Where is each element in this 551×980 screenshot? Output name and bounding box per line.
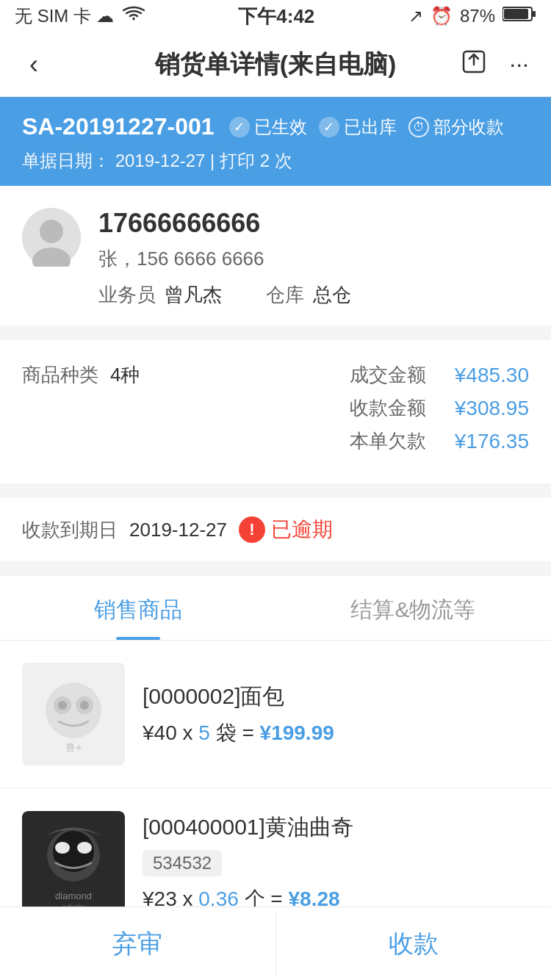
badge-activated: ✓ 已生效 [229,115,307,139]
badge-partial-payment: ⏱ 部分收款 [408,115,504,139]
collect-payment-button[interactable]: 收款 [276,912,552,976]
svg-point-11 [58,701,67,710]
badge-shipped: ✓ 已出库 [319,115,397,139]
wifi-icon [123,6,145,26]
deal-amount-value: ¥485.30 [441,364,529,387]
order-date-line: 单据日期： 2019-12-27 | 打印 2 次 [22,149,529,173]
warehouse-label: 仓库 [266,282,304,308]
nav-bar: ‹ 销货单详情(来自电脑) ··· [0,32,551,97]
overdue-text: 已逾期 [271,516,333,544]
customer-meta: 业务员 曾凡杰 仓库 总仓 [98,282,529,308]
check-icon-1: ✓ [229,117,250,137]
multiply-sign-1: x [183,721,199,744]
svg-point-18 [77,842,92,854]
overdue-badge: ! 已逾期 [239,516,333,544]
warehouse-name: 总仓 [313,282,351,308]
back-button[interactable]: ‹ [22,42,46,87]
product-info-1: [0000002]面包 ¥40 x 5 袋 = ¥199.99 [143,682,529,747]
battery-level: 87% [460,6,495,26]
product-batch-2: 534532 [143,850,222,876]
due-date-value: 2019-12-27 [129,519,227,541]
svg-rect-1 [533,11,536,17]
product-info-2: [000400001]黄油曲奇 534532 ¥23 x 0.36 个 = ¥8… [143,813,529,913]
stats-right: 成交金额 ¥485.30 收款金额 ¥308.95 本单欠款 ¥176.35 [350,362,529,461]
svg-point-17 [55,842,70,854]
customer-avatar [22,208,81,267]
product-code-2: [000400001] [143,815,265,839]
due-date-label: 收款到期日 [22,517,118,543]
product-thumb-1: 兽+ [22,663,125,765]
product-price-1: ¥40 x 5 袋 = ¥199.99 [143,719,529,747]
bottom-bar: 弃审 收款 [0,907,551,980]
alarm-icon: ⏰ [431,6,453,26]
total-price-1: ¥199.99 [260,721,334,744]
check-icon-2: ✓ [319,117,339,137]
badge-partial-label: 部分收款 [433,115,504,139]
svg-point-8 [46,682,101,738]
product-item: 兽+ [0000002]面包 ¥40 x 5 袋 = ¥199.99 [0,641,551,788]
deal-amount-label: 成交金额 [350,362,426,388]
unit-price-1: ¥40 [143,721,177,744]
debt-amount-value: ¥176.35 [441,430,529,453]
received-amount-row: 收款金额 ¥308.95 [350,395,529,421]
date-label: 单据日期： [22,151,110,170]
tab-settlement-label: 结算&物流等 [350,597,475,621]
status-left: 无 SIM 卡 ☁ [15,4,145,28]
debt-amount-row: 本单欠款 ¥176.35 [350,428,529,454]
badge-shipped-label: 已出库 [344,115,397,139]
product-title-2: 黄油曲奇 [265,815,353,839]
share-button[interactable] [461,48,487,81]
received-amount-value: ¥308.95 [441,397,529,420]
reject-review-button[interactable]: 弃审 [0,912,276,976]
tab-products-label: 销售商品 [94,597,182,621]
status-right: ↗ ⏰ 87% [408,6,536,26]
more-button[interactable]: ··· [509,51,529,78]
overdue-warning-icon: ! [239,516,265,543]
tabs-bar: 销售商品 结算&物流等 [0,576,551,641]
product-list: 兽+ [0000002]面包 ¥40 x 5 袋 = ¥199.99 [0,641,551,936]
svg-rect-2 [504,9,528,19]
debt-amount-label: 本单欠款 [350,428,426,454]
product-name-2: [000400001]黄油曲奇 [143,813,529,843]
equals-sign-1: = [242,721,259,744]
svg-text:diamond: diamond [55,890,92,901]
order-badges: ✓ 已生效 ✓ 已出库 ⏱ 部分收款 [229,115,504,139]
order-date: 2019-12-27 [115,151,206,170]
tab-products[interactable]: 销售商品 [0,576,276,640]
customer-section: 17666666666 张，156 6666 6666 业务员 曾凡杰 仓库 总… [0,186,551,325]
product-kinds-value: 4种 [110,362,140,388]
tab-settlement[interactable]: 结算&物流等 [276,576,551,640]
received-amount-label: 收款金额 [350,395,426,421]
clock-icon: ⏱ [408,117,429,137]
salesperson-info: 业务员 曾凡杰 [98,282,222,308]
deal-amount-row: 成交金额 ¥485.30 [350,362,529,388]
salesperson-label: 业务员 [98,282,156,308]
status-time: 下午4:42 [238,4,314,29]
page-title: 销货单详情(来自电脑) [155,48,397,82]
status-bar: 无 SIM 卡 ☁ 下午4:42 ↗ ⏰ 87% [0,0,551,32]
warehouse-info: 仓库 总仓 [266,282,351,308]
customer-info: 17666666666 张，156 6666 6666 业务员 曾凡杰 仓库 总… [98,208,529,308]
product-kinds-row: 商品种类 4种 [22,362,140,388]
product-thumb-2: diamond whata [22,811,125,914]
svg-point-5 [40,220,63,243]
svg-point-12 [80,701,89,710]
nav-actions: ··· [461,48,529,81]
product-kinds-label: 商品种类 [22,362,98,388]
product-title-1: 面包 [240,684,284,708]
stats-section: 商品种类 4种 成交金额 ¥485.30 收款金额 ¥308.95 本单欠款 ¥… [0,340,551,483]
badge-activated-label: 已生效 [254,115,307,139]
unit-1: 袋 [216,721,237,744]
order-header-top: SA-20191227-001 ✓ 已生效 ✓ 已出库 ⏱ 部分收款 [22,113,529,140]
due-section: 收款到期日 2019-12-27 ! 已逾期 [0,498,551,561]
product-code-1: [0000002] [143,684,240,708]
sim-status: 无 SIM 卡 ☁ [15,4,114,28]
order-header-band: SA-20191227-001 ✓ 已生效 ✓ 已出库 ⏱ 部分收款 单据日期：… [0,97,551,186]
order-id: SA-20191227-001 [22,113,215,140]
battery-icon [503,6,536,26]
stats-left: 商品种类 4种 [22,362,140,392]
print-info: | 打印 2 次 [210,151,292,170]
product-name-1: [0000002]面包 [143,682,529,712]
svg-text:兽+: 兽+ [65,741,82,753]
salesperson-name: 曾凡杰 [165,282,222,308]
